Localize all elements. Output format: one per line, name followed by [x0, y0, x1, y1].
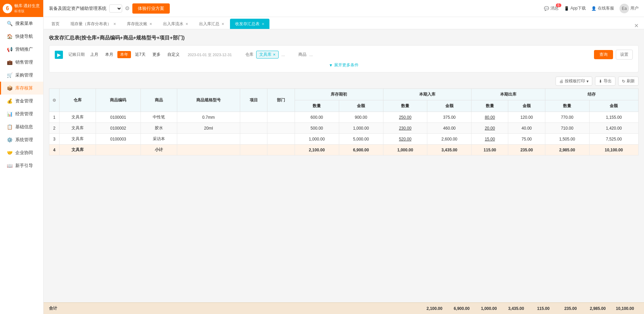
gear-icon[interactable]: ⚙	[125, 5, 130, 12]
template-print-btn[interactable]: 🖨 按模板打印 ▾	[556, 77, 592, 86]
tab-close-recv-summary[interactable]: ✕	[262, 22, 264, 26]
cell-in-amt: 3,435.00	[427, 145, 472, 155]
refresh-btn[interactable]: ↻ 刷新	[618, 77, 639, 86]
nav-icon-basic-info: 📋	[6, 124, 13, 130]
date-btn-近7天[interactable]: 近7天	[132, 51, 148, 58]
cell-in-qty[interactable]: 250.00	[383, 112, 427, 123]
tab-batch[interactable]: 库存批次账✕	[122, 19, 157, 29]
nav-label-operations: 经营管理	[15, 111, 33, 117]
cell-no: 3	[49, 134, 60, 145]
footer-balance-amt: 10,100.00	[611, 306, 639, 311]
date-filter-label: 记账日期	[68, 52, 85, 57]
nav-label-marketing: 营销推广	[15, 46, 33, 52]
sidebar-item-purchase[interactable]: 🛒采购管理	[0, 69, 43, 82]
tab-inventory-dist[interactable]: 现存量（库存分布表）✕	[65, 19, 121, 29]
system-selector[interactable]	[109, 4, 122, 13]
warehouse-more-btn[interactable]: ...	[281, 52, 285, 57]
online-service-label: 在线客服	[598, 5, 614, 11]
cell-opening-qty: 1,000.00	[295, 134, 339, 145]
sidebar-item-search[interactable]: 🔍搜索菜单	[0, 17, 43, 30]
tab-label-home: 首页	[51, 21, 60, 27]
settings-icon: ⚙	[52, 98, 56, 103]
date-btn-更多[interactable]: 更多	[150, 51, 163, 58]
cell-code	[96, 145, 141, 155]
sidebar-item-finance[interactable]: 💰资金管理	[0, 95, 43, 108]
cell-out-qty[interactable]: 80.00	[472, 112, 508, 123]
filter-expand-arrow[interactable]: ▶	[55, 51, 63, 59]
cell-balance-amt: 7,525.00	[589, 134, 639, 145]
footer-balance-qty: 2,985.00	[584, 306, 611, 311]
table-row: 2文具库0100002胶水20ml500.001,000.00230.00460…	[49, 123, 639, 134]
tab-inout-flow[interactable]: 出入库流水✕	[158, 19, 193, 29]
goods-more-btn[interactable]: ...	[309, 52, 313, 57]
tab-close-inout-flow[interactable]: ✕	[185, 22, 188, 26]
th-warehouse: 仓库	[60, 89, 96, 112]
cell-balance-qty: 770.00	[545, 112, 589, 123]
sidebar-item-basic-info[interactable]: 📋基础信息	[0, 120, 43, 133]
date-btn-上月[interactable]: 上月	[87, 51, 101, 58]
sidebar-logo: 6 畅库·遇好生意 标准版	[0, 0, 43, 17]
footer-values: 2,100.00 6,900.00 1,000.00 3,435.00 115.…	[421, 306, 639, 311]
th-group-in: 本期入库	[383, 89, 472, 100]
sidebar-nav: 🔍搜索菜单🏠快捷导航📢营销推广💼销售管理🛒采购管理📦库存核算💰资金管理📊经营管理…	[0, 17, 43, 172]
cell-out-qty[interactable]: 15.00	[472, 134, 508, 145]
th-settings[interactable]: ⚙	[49, 89, 60, 112]
sidebar-item-sales[interactable]: 💼销售管理	[0, 56, 43, 69]
messages-btn[interactable]: 💬 消息 6	[544, 5, 559, 11]
user-btn[interactable]: Ea 用户	[620, 4, 639, 13]
cell-in-qty[interactable]: 230.00	[383, 123, 427, 134]
page-title: 收发存汇总表(按仓库+商品编码+商品+规格型号+项目+部门)	[49, 35, 639, 41]
cell-no: 1	[49, 112, 60, 123]
cell-warehouse: 文具库	[60, 145, 96, 155]
tab-label-batch: 库存批次账	[127, 21, 147, 27]
cell-code: 0100001	[96, 112, 141, 123]
sidebar-item-operations[interactable]: 📊经营管理	[0, 108, 43, 120]
cell-out-qty[interactable]: 20.00	[472, 123, 508, 134]
tab-close-inout-summary[interactable]: ✕	[221, 22, 224, 26]
sidebar-item-inventory[interactable]: 📦库存核算	[0, 82, 43, 95]
cell-in-qty[interactable]: 520.00	[383, 134, 427, 145]
filter-row-1: ▶ 记账日期 上月本月本年近7天更多自定义 2023-01-01 至 2023-…	[55, 50, 633, 60]
cell-spec: 20ml	[177, 123, 240, 134]
date-btn-本年[interactable]: 本年	[117, 51, 131, 58]
sidebar: 6 畅库·遇好生意 标准版 🔍搜索菜单🏠快捷导航📢营销推广💼销售管理🛒采购管理📦…	[0, 0, 44, 314]
tab-close-inventory-dist[interactable]: ✕	[113, 22, 116, 26]
sidebar-item-guide[interactable]: 📖新手引导	[0, 159, 43, 172]
warehouse-tag[interactable]: 文具库 ✕	[256, 51, 279, 59]
th-group-out: 本期出库	[472, 89, 545, 100]
sidebar-item-corp[interactable]: 🤝企业协同	[0, 146, 43, 159]
experience-btn[interactable]: 体验行业方案	[132, 3, 170, 14]
export-btn[interactable]: ⬇ 导出	[595, 77, 615, 86]
warehouse-tag-close[interactable]: ✕	[273, 53, 276, 56]
print-icon: 🖨	[559, 79, 563, 84]
query-btn[interactable]: 查询	[594, 50, 613, 59]
warehouse-tag-text: 文具库	[259, 52, 271, 57]
filter-area: ▶ 记账日期 上月本月本年近7天更多自定义 2023-01-01 至 2023-…	[49, 45, 639, 72]
date-btn-自定义[interactable]: 自定义	[165, 51, 182, 58]
messages-badge: 6	[556, 3, 561, 7]
expand-more-btn[interactable]: ▼ 展开更多条件	[55, 62, 633, 68]
warehouse-label: 仓库	[245, 52, 253, 57]
nav-icon-system: ⚙️	[6, 137, 13, 143]
settings-btn[interactable]: 设置	[616, 50, 633, 60]
cell-project	[240, 112, 267, 123]
sidebar-item-quick-nav[interactable]: 🏠快捷导航	[0, 30, 43, 43]
tab-home[interactable]: 首页	[46, 19, 65, 29]
goods-filter-group: 商品 ...	[298, 52, 313, 57]
cell-opening-amt: 6,900.00	[339, 145, 383, 155]
tab-close-batch[interactable]: ✕	[149, 22, 152, 26]
user-label: 用户	[630, 5, 639, 11]
expand-more-label: 展开更多条件	[334, 62, 359, 68]
date-btn-本月[interactable]: 本月	[102, 51, 116, 58]
online-service-btn[interactable]: 👤 在线客服	[591, 5, 614, 11]
cell-in-amt: 460.00	[427, 123, 472, 134]
refresh-label: 刷新	[627, 78, 635, 84]
cell-out-amt: 235.00	[508, 145, 545, 155]
app-download-btn[interactable]: 📱 App下载	[564, 5, 586, 11]
tab-inout-summary[interactable]: 出入库汇总✕	[194, 19, 229, 29]
tab-bar-close[interactable]: ✕	[631, 22, 641, 29]
sidebar-item-system[interactable]: ⚙️系统管理	[0, 133, 43, 146]
nav-label-system: 系统管理	[15, 137, 33, 143]
sidebar-item-marketing[interactable]: 📢营销推广	[0, 43, 43, 56]
tab-recv-summary[interactable]: 收发存汇总表✕	[230, 19, 269, 29]
